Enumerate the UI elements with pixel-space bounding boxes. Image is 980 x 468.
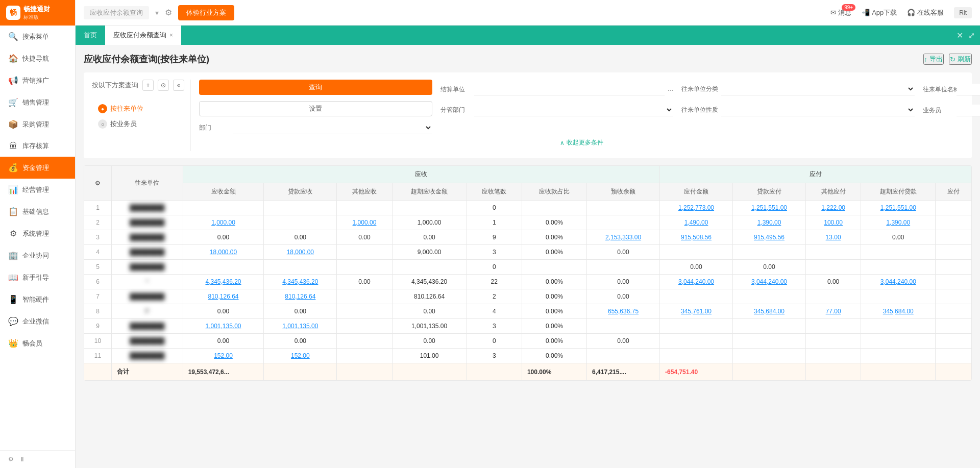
cell-ar-loan[interactable]: 4,345,436.20	[264, 275, 337, 289]
cell-ap-loan[interactable]: 345,684.00	[733, 304, 806, 319]
sidebar-item-warehouse[interactable]: 🏛 库存核算	[0, 135, 75, 157]
cell-ar-prepay[interactable]: 2,153,333.00	[587, 230, 660, 245]
counterpart-name-label: 往来单位名称	[923, 85, 953, 94]
topbar-dropdown-icon[interactable]: ▾	[155, 9, 159, 17]
cell-ap-extra	[936, 201, 972, 215]
cell-ap-other[interactable]: 13.00	[805, 230, 861, 245]
sidebar-item-purchase[interactable]: 📦 采购管理	[0, 113, 75, 135]
tab-close-icon[interactable]: ×	[169, 32, 173, 39]
sidebar-item-wechat[interactable]: 💬 企业微信	[0, 310, 75, 332]
service-action[interactable]: 🎧 在线客服	[907, 8, 944, 17]
cell-ar-loan	[264, 201, 337, 215]
cell-ap-loan[interactable]: 1,251,551.00	[733, 201, 806, 215]
cell-ar-overdue: 1,001,135.00	[392, 319, 467, 334]
refresh-icon: ↻	[950, 56, 955, 63]
cell-ar-prepay[interactable]: 655,636.75	[587, 304, 660, 319]
cell-ar-amount[interactable]: 152.00	[183, 349, 264, 363]
sidebar-item-basic[interactable]: 📋 基础信息	[0, 201, 75, 223]
cell-ar-loan[interactable]: 810,126.64	[264, 289, 337, 304]
settlement-input[interactable]	[474, 84, 665, 95]
sidebar-item-marketing[interactable]: 📢 营销推广	[0, 69, 75, 91]
tab-receivable[interactable]: 应收应付余额查询 ×	[105, 26, 181, 45]
cell-ar-amount[interactable]: 1,001,135.00	[183, 319, 264, 334]
cell-ar-amount[interactable]: 1,000.00	[183, 215, 264, 230]
message-action[interactable]: ✉ 消息 99+	[830, 8, 851, 17]
refresh-button[interactable]: ↻ 刷新	[949, 54, 972, 65]
topbar-gear-icon[interactable]: ⚙	[165, 8, 172, 17]
dept-select[interactable]	[233, 121, 432, 134]
cell-ar-prepay	[587, 201, 660, 215]
sidebar-item-operation[interactable]: 📊 经营管理	[0, 179, 75, 201]
cell-ap-other[interactable]: 77.00	[805, 304, 861, 319]
th-payable-group: 应付	[660, 166, 972, 183]
settings-button[interactable]: 设置	[199, 101, 432, 116]
app-download-action[interactable]: 📲 App下载	[862, 8, 897, 17]
window-expand-icon[interactable]: ⤢	[968, 31, 975, 40]
footer-ar-amount[interactable]: 19,553,472,6...	[183, 363, 264, 381]
scheme-by-unit[interactable]: ● 按往来单位	[92, 101, 184, 116]
marketing-icon: 📢	[8, 76, 18, 85]
cell-ap-other[interactable]: 1,222.00	[805, 201, 861, 215]
cell-ap-amount[interactable]: 915,508.56	[660, 230, 733, 245]
tab-home-label: 首页	[84, 31, 97, 40]
sidebar-settings-icon[interactable]: ⚙	[8, 456, 14, 463]
sidebar-item-label: 系统管理	[22, 229, 49, 238]
counterpart-name-input[interactable]	[957, 84, 980, 95]
cell-ap-overdue[interactable]: 1,251,551.00	[861, 201, 936, 215]
finance-icon: 💰	[8, 163, 18, 173]
cell-ar-loan[interactable]: 18,000.00	[264, 245, 337, 260]
cell-ar-loan[interactable]: 1,001,135.00	[264, 319, 337, 334]
sidebar-item-hardware[interactable]: 📱 智能硬件	[0, 288, 75, 310]
user-info[interactable]: Rit	[954, 7, 972, 18]
dept-manager-select[interactable]	[474, 104, 674, 116]
cell-ap-overdue	[861, 289, 936, 304]
sidebar-item-system[interactable]: ⚙ 系统管理	[0, 223, 75, 244]
cell-ap-other[interactable]: 100.00	[805, 215, 861, 230]
sidebar-item-member[interactable]: 👑 畅会员	[0, 332, 75, 354]
footer-ar-prepay[interactable]: 6,417,215....	[587, 363, 660, 381]
query-button[interactable]: 查询	[199, 80, 432, 95]
sidebar-item-sales[interactable]: 🛒 销售管理	[0, 91, 75, 113]
cell-ap-amount[interactable]: 3,044,240.00	[660, 275, 733, 289]
cell-ap-overdue[interactable]: 3,044,240.00	[861, 275, 936, 289]
cell-ar-amount[interactable]: 4,345,436.20	[183, 275, 264, 289]
cell-ap-loan[interactable]: 1,390.00	[733, 215, 806, 230]
cell-ap-overdue	[861, 260, 936, 275]
cell-ar-amount[interactable]: 810,126.64	[183, 289, 264, 304]
filter-add-btn[interactable]: +	[142, 80, 154, 91]
sidebar-item-finance[interactable]: 💰 资金管理	[0, 157, 75, 179]
cell-ar-loan[interactable]: 152.00	[264, 349, 337, 363]
cell-ap-loan[interactable]: 3,044,240.00	[733, 275, 806, 289]
solution-button[interactable]: 体验行业方案	[178, 5, 234, 20]
sidebar-collapse-icon[interactable]: ⏸	[19, 456, 25, 463]
export-button[interactable]: ↑ 导出	[923, 54, 944, 65]
table-gear-icon[interactable]: ⚙	[95, 180, 101, 187]
cell-ap-amount[interactable]: 1,252,773.00	[660, 201, 733, 215]
salesperson-input[interactable]	[957, 105, 980, 116]
scheme-staff-icon: ○	[98, 119, 107, 129]
sidebar-item-quick-nav[interactable]: 🏠 快捷导航	[0, 47, 75, 69]
collapse-conditions[interactable]: ∧ 收起更多条件	[199, 134, 964, 151]
sidebar-item-guide[interactable]: 📖 新手引导	[0, 266, 75, 288]
cell-ap-overdue[interactable]: 345,684.00	[861, 304, 936, 319]
cell-ap-amount[interactable]: 345,761.00	[660, 304, 733, 319]
cell-ap-extra	[936, 260, 972, 275]
cell-ap-other	[805, 349, 861, 363]
footer-ar-ratio: 100.00%	[522, 363, 586, 381]
scheme-by-staff[interactable]: ○ 按业务员	[92, 116, 184, 132]
cell-ar-other[interactable]: 1,000.00	[337, 215, 392, 230]
window-close-icon[interactable]: ✕	[957, 31, 963, 40]
sidebar-item-enterprise[interactable]: 🏢 企业协同	[0, 244, 75, 266]
sidebar-item-search-menu[interactable]: 🔍 搜索菜单	[0, 26, 75, 47]
cell-ar-amount	[183, 201, 264, 215]
tab-home[interactable]: 首页	[76, 26, 105, 45]
cell-ap-loan[interactable]: 915,495.56	[733, 230, 806, 245]
filter-collapse-btn[interactable]: «	[173, 80, 184, 91]
sidebar-bottom: ⚙ ⏸	[0, 450, 75, 468]
cell-ar-amount[interactable]: 18,000.00	[183, 245, 264, 260]
counterpart-category-select[interactable]	[721, 83, 915, 95]
counterpart-nature-select[interactable]	[721, 104, 915, 116]
cell-ap-amount[interactable]: 1,490.00	[660, 215, 733, 230]
cell-ap-overdue[interactable]: 1,390.00	[861, 215, 936, 230]
filter-settings-btn[interactable]: ⊙	[158, 80, 169, 91]
